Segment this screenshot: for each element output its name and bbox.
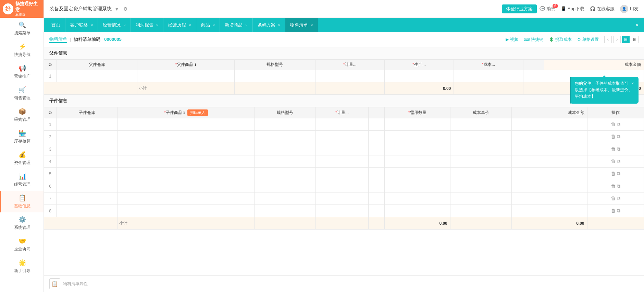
- copy-row-button-1[interactable]: ⧉: [617, 121, 620, 127]
- child-product-cell-7[interactable]: [118, 192, 255, 205]
- sidebar-item-4[interactable]: 📦采购管理: [0, 104, 44, 126]
- copy-row-button-8[interactable]: ⧉: [617, 208, 620, 214]
- nav-tab-close-5[interactable]: ×: [213, 23, 215, 27]
- nav-tab-close-6[interactable]: ×: [245, 23, 247, 27]
- single-settings-action[interactable]: ⚙ 单据设置: [577, 37, 599, 43]
- child-unit-cost-cell-4[interactable]: [450, 155, 511, 168]
- child-req-qty-cell-5[interactable]: [384, 168, 450, 180]
- copy-row-button-6[interactable]: ⧉: [617, 183, 620, 189]
- child-product-cell-8[interactable]: [118, 205, 255, 217]
- grid-view-button[interactable]: ⊞: [631, 36, 639, 43]
- child-req-qty-cell-2[interactable]: [384, 131, 450, 143]
- sidebar-item-1[interactable]: ⚡快捷导航: [0, 39, 44, 61]
- online-service-action[interactable]: 🎧 在线客服: [590, 6, 615, 12]
- nav-tab-0[interactable]: 首页: [47, 18, 65, 32]
- delete-row-button-1[interactable]: 🗑: [611, 121, 616, 127]
- child-warehouse-cell-7[interactable]: [57, 192, 118, 205]
- nav-tab-close-8[interactable]: ×: [311, 23, 313, 27]
- sidebar-item-9[interactable]: ⚙️系统管理: [0, 212, 44, 234]
- child-unit-cell-7[interactable]: [316, 192, 369, 205]
- child-unit-cell-3[interactable]: [316, 143, 369, 155]
- child-unit-cell-2[interactable]: [316, 131, 369, 143]
- copy-row-button-2[interactable]: ⧉: [617, 134, 620, 140]
- child-req-qty-cell-8[interactable]: [384, 205, 450, 217]
- child-unit-cost-cell-3[interactable]: [450, 143, 511, 155]
- child-warehouse-cell-4[interactable]: [57, 155, 118, 168]
- child-product-cell-4[interactable]: [118, 155, 255, 168]
- topbar-settings-icon[interactable]: ⚙: [123, 6, 128, 12]
- nav-tab-close-2[interactable]: ×: [123, 23, 125, 27]
- expand-view-button[interactable]: ⊟: [622, 36, 630, 43]
- child-unit-cost-cell-1[interactable]: [450, 118, 511, 131]
- sidebar-item-11[interactable]: 🌟新手引导: [0, 256, 44, 277]
- child-spec-cell-8[interactable]: [255, 205, 316, 217]
- child-product-cell-3[interactable]: [118, 143, 255, 155]
- child-warehouse-cell-1[interactable]: [57, 118, 118, 131]
- copy-row-button-4[interactable]: ⧉: [617, 159, 620, 164]
- child-req-qty-cell-7[interactable]: [384, 192, 450, 205]
- nav-tab-5[interactable]: 商品×: [196, 18, 220, 32]
- child-unit-cell-5[interactable]: [316, 168, 369, 180]
- child-spec-cell-6[interactable]: [255, 180, 316, 192]
- delete-row-button-2[interactable]: 🗑: [611, 134, 616, 140]
- child-spec-cell-3[interactable]: [255, 143, 316, 155]
- parent-prod-cell[interactable]: [384, 70, 454, 82]
- nav-tab-6[interactable]: 新增商品×: [220, 18, 252, 32]
- parent-spec-cell[interactable]: [234, 70, 315, 82]
- child-req-qty-cell-1[interactable]: [384, 118, 450, 131]
- sidebar-item-7[interactable]: 📊经营管理: [0, 169, 44, 191]
- nav-close-all-button[interactable]: ×: [633, 21, 641, 30]
- delete-row-button-4[interactable]: 🗑: [611, 159, 616, 164]
- nav-tab-4[interactable]: 经营历程×: [163, 18, 196, 32]
- child-unit-cost-cell-7[interactable]: [450, 192, 511, 205]
- nav-tab-close-3[interactable]: ×: [156, 23, 158, 27]
- copy-row-button-3[interactable]: ⧉: [617, 146, 620, 152]
- nav-tab-close-4[interactable]: ×: [189, 23, 191, 27]
- shortcut-action[interactable]: ⌨ 快捷键: [524, 37, 543, 43]
- child-unit-cell-8[interactable]: [316, 205, 369, 217]
- child-product-cell-5[interactable]: [118, 168, 255, 180]
- prev-record-button[interactable]: ‹: [604, 36, 612, 43]
- child-spec-cell-4[interactable]: [255, 155, 316, 168]
- app-download-action[interactable]: 📱 App下载: [561, 6, 584, 12]
- child-spec-cell-1[interactable]: [255, 118, 316, 131]
- delete-row-button-8[interactable]: 🗑: [611, 208, 616, 214]
- delete-row-button-6[interactable]: 🗑: [611, 183, 616, 189]
- topbar-dropdown-icon[interactable]: ▼: [114, 6, 119, 12]
- form-tab-bill-list[interactable]: 物料清单: [49, 36, 67, 43]
- nav-tab-7[interactable]: 条码方案×: [253, 18, 285, 32]
- sidebar-item-8[interactable]: 📋基础信息: [0, 191, 44, 212]
- child-spec-cell-2[interactable]: [255, 131, 316, 143]
- nav-tab-8[interactable]: 物料清单×: [285, 18, 318, 32]
- sidebar-item-2[interactable]: 📢营销推广: [0, 61, 44, 83]
- copy-row-button-7[interactable]: ⧉: [617, 196, 620, 201]
- extract-cost-action[interactable]: 💲 提取成本: [549, 37, 572, 43]
- child-warehouse-cell-3[interactable]: [57, 143, 118, 155]
- sidebar-item-3[interactable]: 🛒销售管理: [0, 83, 44, 104]
- child-unit-cost-cell-6[interactable]: [450, 180, 511, 192]
- nav-tab-close-7[interactable]: ×: [278, 23, 280, 27]
- delete-row-button-5[interactable]: 🗑: [611, 171, 616, 177]
- sidebar-item-5[interactable]: 🏪库存核算: [0, 126, 44, 148]
- scan-input-button[interactable]: 扫码录入: [187, 109, 208, 116]
- experience-plan-button[interactable]: 体验行业方案: [502, 4, 537, 13]
- child-product-cell-6[interactable]: [118, 180, 255, 192]
- copy-row-button-5[interactable]: ⧉: [617, 171, 620, 177]
- nav-tab-close-1[interactable]: ×: [91, 23, 93, 27]
- child-warehouse-cell-5[interactable]: [57, 168, 118, 180]
- delete-row-button-7[interactable]: 🗑: [611, 196, 616, 201]
- child-req-qty-cell-6[interactable]: [384, 180, 450, 192]
- child-settings-header[interactable]: ⚙: [44, 107, 57, 118]
- nav-tab-1[interactable]: 客户联络×: [65, 18, 98, 32]
- delete-row-button-3[interactable]: 🗑: [611, 146, 616, 152]
- sidebar-item-6[interactable]: 💰资金管理: [0, 148, 44, 169]
- child-warehouse-cell-8[interactable]: [57, 205, 118, 217]
- parent-product-cell[interactable]: [137, 70, 234, 82]
- child-unit-cost-cell-8[interactable]: [450, 205, 511, 217]
- nav-tab-2[interactable]: 经营情况×: [98, 18, 131, 32]
- tooltip-close-button[interactable]: ×: [631, 80, 634, 87]
- sidebar-item-0[interactable]: 🔍搜索菜单: [0, 18, 44, 39]
- child-product-cell-2[interactable]: [118, 131, 255, 143]
- view-action[interactable]: ▶ 视频: [506, 37, 518, 43]
- bill-properties-button[interactable]: 📋: [49, 278, 60, 289]
